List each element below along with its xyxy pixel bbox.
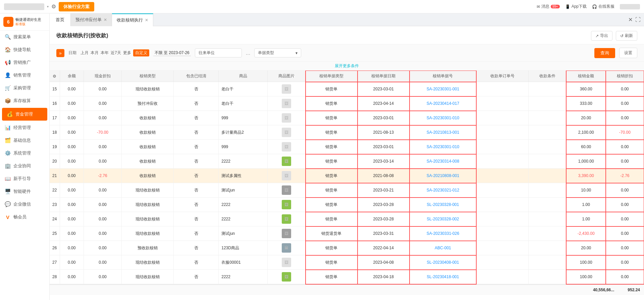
date-this-month[interactable]: 本月 — [91, 50, 99, 56]
cell-doc-no[interactable]: SA-20210808-001 — [410, 169, 476, 183]
sidebar-item-newbie[interactable]: 📖 新手引导 — [0, 172, 49, 185]
cell-doc-type: 销货单 — [306, 212, 358, 226]
cell-product: 2222 — [219, 212, 268, 226]
partner-input[interactable]: 往来单位 — [195, 48, 242, 57]
filter-settings-btn[interactable]: 设置 — [619, 48, 637, 58]
tab-prepay-close[interactable]: ✕ — [104, 17, 107, 22]
cell-settled: 否 — [174, 154, 219, 169]
sidebar-item-corp-collab[interactable]: 🏢 企业协同 — [0, 160, 49, 172]
sidebar-item-sys[interactable]: ⚙️ 系统管理 — [0, 147, 49, 160]
cell-settled: 否 — [174, 169, 219, 183]
cell-amount: 100.00 — [566, 255, 606, 270]
sidebar-item-label: 新手引导 — [13, 176, 31, 182]
sidebar-item-quick-nav[interactable]: 🏠 快捷导航 — [0, 43, 49, 56]
cell-doc-no[interactable]: SL-20230418-001 — [410, 270, 476, 284]
logo-icon: 6 — [3, 17, 13, 27]
sidebar-item-label: 基础信息 — [13, 137, 31, 143]
filter-expand-arrow[interactable]: » — [56, 49, 64, 57]
sidebar-item-purchase[interactable]: 🛒 采购管理 — [0, 82, 49, 94]
expand-more-btn[interactable]: 展开更多条件 — [335, 63, 359, 68]
sidebar-item-biz[interactable]: 📊 经营管理 — [0, 121, 49, 134]
cell-doc-no[interactable]: ABC-001 — [410, 241, 476, 255]
cell-doc-no[interactable]: SA-20230301-010 — [410, 111, 476, 125]
date-7-days[interactable]: 近7天 — [111, 50, 121, 56]
biz-icon: 📊 — [5, 125, 11, 131]
cell-doc-no[interactable]: SA-20230321-012 — [410, 183, 476, 198]
cell-doc-no[interactable]: SA-20230331-026 — [410, 226, 476, 241]
tab-receipt-cancel[interactable]: 收款核销执行 ✕ — [112, 13, 153, 26]
cell-doc-date: 2023-03-01 — [358, 82, 410, 96]
sidebar-item-search-menu[interactable]: 🔍 搜索菜单 — [0, 31, 49, 43]
sidebar-item-member[interactable]: V 畅会员 — [0, 211, 49, 223]
message-icon: ✉ — [537, 4, 540, 9]
refresh-btn[interactable]: ↺ 刷新 — [616, 31, 637, 41]
tab-prepay[interactable]: 预付冲应付单 ✕ — [71, 13, 112, 26]
sidebar-item-smart-hw[interactable]: 🖥️ 智能硬件 — [0, 185, 49, 198]
table-row: 27 0.00 0.00 现结收款核销 否 衣服00001 🖼 销货单 2023… — [50, 255, 644, 270]
cell-doc-no[interactable]: SA-20230301-001 — [410, 82, 476, 96]
top-bar: ▾ ⚙ 休验行业方案 ✉ 消息 99+ 📱 App下载 🎧 在线客服 — [0, 0, 644, 13]
sidebar-item-corp-wechat[interactable]: 💬 企业微信 — [0, 198, 49, 211]
date-more[interactable]: 更多 — [123, 50, 131, 56]
table-row: 24 0.00 0.00 现结收款核销 否 2222 🖼 销货单 2023-03… — [50, 212, 644, 226]
query-btn[interactable]: 查询 — [594, 48, 615, 58]
messages-btn[interactable]: ✉ 消息 99+ — [537, 4, 560, 9]
col-amount: 核销金额 — [566, 71, 606, 82]
cell-doc-no[interactable]: SA-20210813-001 — [410, 125, 476, 140]
cell-receipt-order — [476, 270, 528, 284]
sidebar-item-inventory[interactable]: 📦 库存核算 — [0, 94, 49, 107]
voucher-type-input[interactable]: 单据类型 ▾ — [254, 48, 301, 57]
expand-icon[interactable]: ⛶ — [635, 17, 641, 23]
quick-nav-icon: 🏠 — [5, 47, 11, 53]
col-receipt-order: 收款单订单号 — [476, 71, 528, 82]
date-custom[interactable]: 自定义 — [133, 49, 149, 56]
cell-discount: 0.00 — [606, 183, 644, 198]
expand-more-bar: 展开更多条件 — [50, 62, 644, 71]
export-btn[interactable]: ↗ 导出 — [591, 31, 612, 41]
cell-balance: 0.00 — [60, 125, 84, 140]
sidebar-item-marketing[interactable]: 📢 营销推广 — [0, 56, 49, 69]
col-settings[interactable]: ⚙ — [50, 71, 60, 82]
close-all-icon[interactable]: ✕ — [628, 16, 633, 23]
table-row: 19 0.00 0.00 收款核销 否 999 🖼 销货单 2023-03-01… — [50, 140, 644, 154]
industry-btn[interactable]: 休验行业方案 — [59, 2, 94, 11]
sidebar-item-label: 企业协同 — [13, 163, 31, 169]
cell-receipt-order — [476, 125, 528, 140]
cell-doc-date: 2023-03-21 — [358, 183, 410, 198]
cell-doc-type: 销货退货单 — [306, 226, 358, 241]
cell-doc-type: 销货单 — [306, 198, 358, 212]
date-last-month[interactable]: 上月 — [80, 50, 89, 56]
table-footer: 40,556,66... 952.24 — [50, 284, 644, 295]
tab-receipt-cancel-close[interactable]: ✕ — [145, 18, 148, 23]
cell-num: 24 — [50, 212, 60, 226]
filter-dots[interactable]: ... — [246, 50, 250, 56]
settings-icon[interactable]: ⚙ — [51, 3, 56, 10]
sidebar-item-sales[interactable]: 👤 销售管理 — [0, 69, 49, 82]
cell-product-img: 🖼 — [268, 270, 306, 284]
sidebar-item-label: 采购管理 — [13, 85, 31, 91]
cell-doc-no[interactable]: SA-20230314-008 — [410, 154, 476, 169]
date-this-year[interactable]: 本年 — [101, 50, 109, 56]
app-download-btn[interactable]: 📱 App下载 — [565, 4, 587, 9]
tab-home[interactable]: 首页 — [50, 13, 71, 26]
top-bar-search-blurred — [4, 3, 44, 10]
cell-doc-no[interactable]: SA-20230414-017 — [410, 96, 476, 111]
newbie-icon: 📖 — [5, 176, 11, 182]
cell-amount: 20.00 — [566, 241, 606, 255]
top-bar-right: ✉ 消息 99+ 📱 App下载 🎧 在线客服 — [537, 4, 640, 9]
cell-receipt-cond — [528, 226, 566, 241]
main-area: 首页 预付冲应付单 ✕ 收款核销执行 ✕ ✕ ⛶ 收款核销执行(按收款) ↗ — [50, 13, 644, 300]
cell-doc-no[interactable]: SL-20230328-002 — [410, 212, 476, 226]
logo-name: 畅捷通谱好生意 — [15, 17, 41, 22]
sidebar-item-base[interactable]: 🗂️ 基础信息 — [0, 134, 49, 147]
cell-type: 现结收款核销 — [122, 226, 174, 241]
table-row: 22 0.00 0.00 现结收款核销 否 测试jun 🖼 销货单 2023-0… — [50, 183, 644, 198]
cell-doc-no[interactable]: SA-20230301-010 — [410, 140, 476, 154]
page-content: 收款核销执行(按收款) ↗ 导出 ↺ 刷新 » 日期 上月 — [50, 26, 644, 300]
cell-doc-no[interactable]: SL-20230408-001 — [410, 255, 476, 270]
online-service-btn[interactable]: 🎧 在线客服 — [592, 4, 614, 9]
cell-doc-no[interactable]: SL-20230328-001 — [410, 198, 476, 212]
cell-balance: 0.00 — [60, 255, 84, 270]
top-bar-arrow: ▾ — [47, 5, 49, 8]
sidebar-item-finance[interactable]: 💰 资金管理 — [2, 108, 47, 121]
